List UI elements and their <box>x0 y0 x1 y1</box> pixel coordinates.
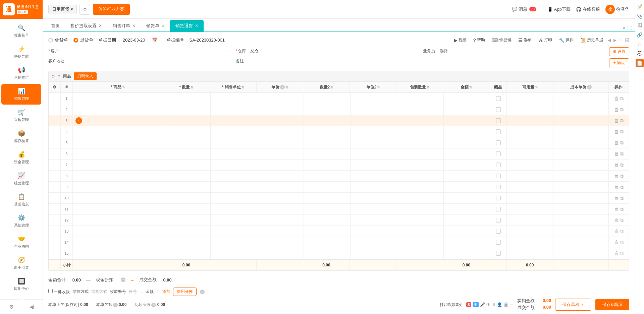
row-unit-9[interactable] <box>211 182 257 192</box>
calendar-icon[interactable]: 📅 <box>152 38 157 43</box>
row-gift-1[interactable] <box>490 93 507 104</box>
row-available-14[interactable] <box>507 237 553 248</box>
row-unit-14[interactable] <box>211 237 257 248</box>
row-copy-4[interactable]: ⧉ <box>620 129 624 135</box>
row-available-5[interactable] <box>507 137 553 148</box>
customer-input[interactable] <box>61 47 223 55</box>
row-unit2-5[interactable] <box>351 137 397 148</box>
row-qty2-8[interactable] <box>304 171 351 181</box>
online-service-item[interactable]: 🎧 在线客服 <box>576 6 600 12</box>
row-delete-14[interactable]: 🗑 <box>614 240 619 245</box>
row-cost-1[interactable] <box>553 93 609 104</box>
gift-checkbox-1[interactable] <box>496 96 501 101</box>
row-delete-11[interactable]: 🗑 <box>614 206 619 212</box>
row-gift-13[interactable] <box>490 226 507 237</box>
nav-prev-icon[interactable]: ◀ <box>608 38 611 43</box>
row-qty2-13[interactable] <box>304 226 351 237</box>
sidebar-item-operation[interactable]: 📈 经营管理 <box>1 169 41 189</box>
row-price-14[interactable] <box>257 237 304 248</box>
row-copy-11[interactable]: ⧉ <box>620 206 624 212</box>
row-product-11[interactable] <box>73 204 164 214</box>
sidebar-item-guide[interactable]: 🧭 新手引导 <box>1 253 41 273</box>
action-operation[interactable]: 🔧 操作 <box>557 36 576 44</box>
industry-selector[interactable]: 日用百货 ▾ <box>48 5 77 14</box>
row-unit-12[interactable] <box>211 215 257 226</box>
gift-checkbox-14[interactable] <box>496 240 501 245</box>
close-all-icon[interactable]: ✕ <box>622 25 626 31</box>
row-product-6[interactable] <box>73 148 164 159</box>
row-product-1[interactable] <box>73 93 164 104</box>
sidebar-item-purchase[interactable]: 🛒 采购管理 <box>1 105 41 126</box>
row-unit2-8[interactable] <box>351 171 397 181</box>
action-history[interactable]: 📜 历史单据 <box>578 36 605 44</box>
row-unit2-11[interactable] <box>351 204 397 214</box>
right-panel-star[interactable]: ☆ <box>636 40 644 48</box>
mic-icon[interactable]: 🎤 <box>480 302 485 307</box>
row-available-15[interactable] <box>507 248 553 259</box>
discount-help-icon[interactable]: ? <box>121 277 125 282</box>
row-delete-10[interactable]: 🗑 <box>614 195 619 201</box>
row-price-9[interactable] <box>257 182 304 192</box>
receive-help-icon[interactable]: ? <box>151 303 156 307</box>
remark-input[interactable] <box>247 57 418 65</box>
row-cost-11[interactable] <box>553 204 609 214</box>
settings-button[interactable]: ⚙ 设置 <box>609 47 629 56</box>
one-key-check[interactable] <box>48 289 53 293</box>
row-pkg-12[interactable] <box>397 215 444 226</box>
row-gift-3[interactable] <box>490 115 507 126</box>
row-pkg-3[interactable] <box>397 115 444 126</box>
row-unit-15[interactable] <box>211 248 257 259</box>
row-gift-12[interactable] <box>490 215 507 226</box>
sidebar-item-enterprise[interactable]: 🤝 企业协同 <box>1 232 41 252</box>
topbar-gear-icon[interactable]: ⚙ <box>79 4 90 15</box>
add-label[interactable]: 添加 <box>162 289 170 295</box>
row-price-10[interactable] <box>257 193 304 203</box>
row-unit-4[interactable] <box>211 126 257 137</box>
row-pkg-8[interactable] <box>397 171 444 181</box>
row-copy-8[interactable]: ⧉ <box>620 173 624 179</box>
sidebar-item-sales[interactable]: 📊 销售管理 <box>1 84 41 105</box>
row-unit2-4[interactable] <box>351 126 397 137</box>
row-qty2-11[interactable] <box>304 204 351 214</box>
row-cost-2[interactable] <box>553 104 609 115</box>
row-amount-7[interactable] <box>444 160 490 170</box>
row-available-3[interactable] <box>507 115 553 126</box>
radio-return-btn[interactable] <box>73 38 78 43</box>
row-delete-3[interactable]: 🗑 <box>614 118 619 123</box>
row-copy-15[interactable]: ⧉ <box>620 251 624 256</box>
row-unit-8[interactable] <box>211 171 257 181</box>
gift-checkbox-2[interactable] <box>496 107 501 112</box>
row-cost-5[interactable] <box>553 137 609 148</box>
add-icon[interactable]: ⊕ <box>156 290 160 294</box>
row-copy-2[interactable]: ⧉ <box>620 107 624 113</box>
user-profile[interactable]: 徐 徐泽华 <box>605 5 629 14</box>
row-copy-6[interactable]: ⧉ <box>620 151 624 157</box>
row-cost-14[interactable] <box>553 237 609 248</box>
row-qty-5[interactable] <box>164 137 211 148</box>
row-available-8[interactable] <box>507 171 553 181</box>
row-gift-5[interactable] <box>490 137 507 148</box>
row-qty2-14[interactable] <box>304 237 351 248</box>
action-video[interactable]: ▶ 视频 <box>452 36 469 44</box>
row-delete-4[interactable]: 🗑 <box>614 129 619 134</box>
one-key-checkbox[interactable]: 一键收款 <box>48 289 70 295</box>
row-unit-6[interactable] <box>211 148 257 159</box>
row-price-13[interactable] <box>257 226 304 237</box>
row-gift-8[interactable] <box>490 171 507 181</box>
right-panel-active[interactable]: 📄 <box>636 59 644 67</box>
row-amount-3[interactable] <box>444 115 490 126</box>
action-help[interactable]: ? 帮助 <box>471 36 487 44</box>
radio-return[interactable]: 退货单 <box>73 37 93 43</box>
row-pkg-1[interactable] <box>397 93 444 104</box>
logistics-button[interactable]: + 物流 <box>609 58 629 67</box>
gift-checkbox-12[interactable] <box>496 218 501 223</box>
action-shortcut[interactable]: ⌨ 快捷键 <box>490 36 514 44</box>
row-amount-6[interactable] <box>444 148 490 159</box>
row-available-6[interactable] <box>507 148 553 159</box>
gift-checkbox-7[interactable] <box>496 163 501 167</box>
expense-help-icon[interactable]: ? <box>200 290 205 294</box>
row-qty2-6[interactable] <box>304 148 351 159</box>
row-unit2-3[interactable] <box>351 115 397 126</box>
row-pkg-7[interactable] <box>397 160 444 170</box>
row-copy-12[interactable]: ⧉ <box>620 217 624 223</box>
